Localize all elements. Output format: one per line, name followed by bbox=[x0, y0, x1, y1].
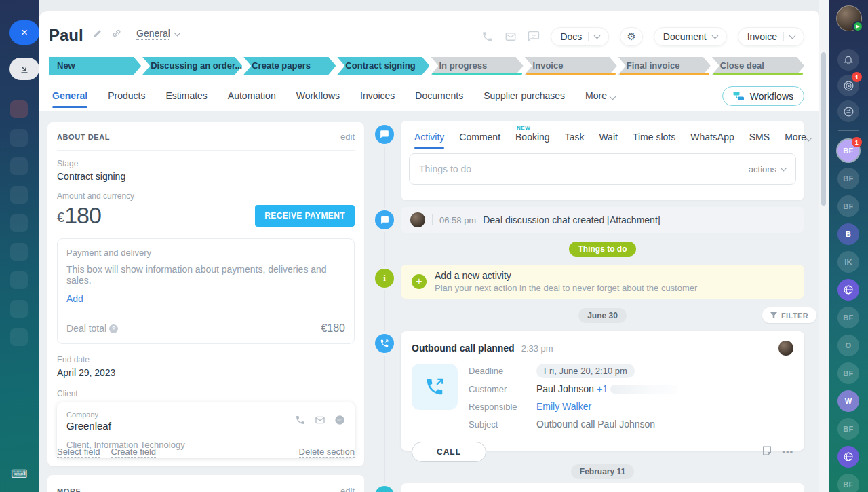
goals-button[interactable]: 1 bbox=[837, 75, 859, 96]
help-icon[interactable]: ? bbox=[109, 324, 118, 333]
sidebar-avatar[interactable]: BF bbox=[837, 362, 859, 384]
collapse-panel-button[interactable] bbox=[9, 58, 39, 80]
tab-automation[interactable]: Automation bbox=[228, 90, 276, 108]
actions-dropdown[interactable]: actions bbox=[749, 164, 786, 174]
create-field-link[interactable]: Create field bbox=[111, 447, 156, 458]
document-dropdown[interactable]: Document bbox=[654, 27, 727, 46]
sidebar-avatar-globe[interactable] bbox=[837, 279, 859, 301]
stage-contract-signing[interactable]: Contract signing bbox=[337, 57, 429, 75]
sidebar-avatar[interactable]: BF 1 bbox=[837, 140, 859, 162]
divider bbox=[588, 32, 589, 41]
stage-discussing[interactable]: Discussing an order... bbox=[142, 57, 242, 75]
edit-about-deal-link[interactable]: edit bbox=[340, 132, 355, 142]
add-activity-banner[interactable]: + Add a new activity Plan your next acti… bbox=[401, 265, 804, 299]
tab-estimates[interactable]: Estimates bbox=[165, 90, 207, 108]
tab-invoices[interactable]: Invoices bbox=[360, 90, 395, 108]
docs-label: Docs bbox=[560, 31, 582, 42]
chat-exchange-icon bbox=[843, 106, 854, 117]
client-chat-icon[interactable] bbox=[334, 415, 345, 428]
activity-tab-time-slots[interactable]: Time slots bbox=[633, 132, 675, 149]
add-payment-link[interactable]: Add bbox=[66, 293, 83, 305]
conversations-button[interactable] bbox=[837, 100, 859, 122]
ghost-icon bbox=[10, 100, 28, 118]
sidebar-avatar[interactable]: W bbox=[837, 390, 859, 412]
sidebar-avatar[interactable]: BF bbox=[837, 474, 859, 492]
pipeline-selector[interactable]: General bbox=[136, 28, 180, 40]
event-time: 06:58 pm bbox=[439, 215, 476, 225]
stage-close-deal[interactable]: Close deal bbox=[712, 57, 804, 75]
tab-documents[interactable]: Documents bbox=[415, 90, 463, 108]
close-button[interactable]: × bbox=[9, 20, 39, 45]
email-icon[interactable] bbox=[505, 31, 517, 43]
stage-new[interactable]: New bbox=[49, 57, 141, 75]
invoice-dropdown[interactable]: Invoice bbox=[738, 27, 804, 46]
things-to-do-badge: Things to do bbox=[569, 242, 637, 257]
chat-created-event[interactable]: 06:58 pm Deal discussion chat created [A… bbox=[401, 207, 804, 233]
tab-supplier-purchases[interactable]: Supplier purchases bbox=[484, 90, 565, 108]
sidebar-avatar[interactable]: BF bbox=[837, 307, 859, 328]
edit-title-icon[interactable] bbox=[93, 29, 102, 41]
activity-tab-sms[interactable]: SMS bbox=[749, 132, 770, 149]
filter-button[interactable]: FILTER bbox=[762, 307, 816, 323]
sidebar-avatar-globe[interactable] bbox=[837, 446, 859, 468]
activity-tab-booking[interactable]: NEWBooking bbox=[515, 132, 550, 149]
sidebar-avatar[interactable]: BF bbox=[837, 195, 859, 217]
company-name: Greenleaf bbox=[66, 420, 111, 432]
stage-final-invoice[interactable]: Final invoice bbox=[618, 57, 711, 75]
todo-input[interactable] bbox=[419, 164, 742, 174]
scrollbar-track[interactable] bbox=[819, 0, 829, 492]
workflows-button[interactable]: Workflows bbox=[722, 86, 804, 106]
tab-more[interactable]: More bbox=[585, 90, 615, 108]
subject-label: Subject bbox=[469, 419, 536, 430]
receive-payment-button[interactable]: RECEIVE PAYMENT bbox=[255, 205, 355, 227]
note-icon[interactable] bbox=[762, 445, 772, 459]
activity-tab-wait[interactable]: Wait bbox=[599, 132, 617, 149]
docs-dropdown[interactable]: Docs bbox=[551, 27, 609, 46]
sidebar-avatar[interactable]: IK bbox=[837, 251, 859, 273]
chat-icon[interactable] bbox=[528, 31, 540, 43]
invoice-label: Invoice bbox=[747, 31, 777, 42]
client-email-icon[interactable] bbox=[315, 415, 326, 428]
settings-button[interactable]: ⚙ bbox=[620, 27, 642, 46]
activity-tab-comment[interactable]: Comment bbox=[459, 132, 500, 149]
activity-tab-whatsapp[interactable]: WhatsApp bbox=[690, 132, 734, 149]
sidebar-avatar[interactable]: BF bbox=[837, 168, 859, 189]
select-field-link[interactable]: Select field bbox=[57, 447, 100, 458]
stage-create-papers[interactable]: Create papers bbox=[243, 57, 336, 75]
stage-invoice[interactable]: Invoice bbox=[525, 57, 617, 75]
sidebar-avatar[interactable]: BF bbox=[837, 418, 859, 440]
chevron-down-icon bbox=[174, 29, 180, 36]
customer-phone-prefix[interactable]: +1 bbox=[597, 383, 608, 394]
sidebar-avatar[interactable]: B bbox=[837, 223, 859, 245]
stage-in-progress[interactable]: In progress bbox=[431, 57, 523, 75]
deal-total-label: Deal total ? bbox=[66, 323, 118, 334]
scrollbar-thumb[interactable] bbox=[821, 52, 826, 206]
copy-link-icon[interactable] bbox=[112, 29, 121, 41]
delete-section-link[interactable]: Delete section bbox=[299, 447, 355, 458]
sidebar-avatar[interactable]: O bbox=[837, 335, 859, 356]
responsible-value[interactable]: Emily Walker bbox=[536, 401, 591, 412]
notification-count-badge: 1 bbox=[852, 72, 862, 82]
keyboard-icon[interactable]: ⌨ bbox=[11, 467, 28, 481]
user-avatar[interactable]: ▶ bbox=[836, 5, 862, 31]
notifications-button[interactable] bbox=[837, 49, 859, 71]
activity-tab-task[interactable]: Task bbox=[565, 132, 585, 149]
more-options-icon[interactable]: ••• bbox=[782, 447, 793, 457]
activity-tab-activity[interactable]: Activity bbox=[414, 132, 444, 149]
deal-amount: €180 bbox=[57, 202, 101, 229]
add-activity-subtitle: Plan your next action in the deal to nev… bbox=[435, 283, 697, 293]
call-button[interactable]: CALL bbox=[412, 442, 486, 462]
phone-icon[interactable] bbox=[481, 31, 494, 43]
activity-tab-more[interactable]: More bbox=[785, 132, 811, 149]
tab-workflows[interactable]: Workflows bbox=[296, 90, 340, 108]
client-phone-icon[interactable] bbox=[295, 415, 306, 428]
comment-timeline-icon bbox=[375, 210, 394, 229]
edit-more-link[interactable]: edit bbox=[340, 486, 355, 492]
divider bbox=[66, 314, 345, 314]
tab-products[interactable]: Products bbox=[108, 90, 145, 108]
tab-general[interactable]: General bbox=[52, 90, 87, 108]
divider bbox=[57, 150, 355, 151]
todo-input-box: actions bbox=[409, 153, 796, 185]
collapse-arrow-icon bbox=[20, 64, 29, 74]
partial-event-card bbox=[401, 483, 804, 492]
